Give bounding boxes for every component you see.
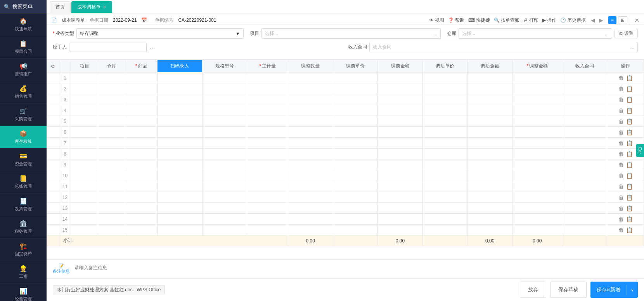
row-unit-15[interactable]	[247, 225, 288, 235]
row-income-contract-13[interactable]	[562, 203, 607, 214]
row-adjust-amount-8[interactable]	[512, 149, 562, 159]
row-income-contract-2[interactable]	[562, 83, 607, 94]
row-adjust-qty-6[interactable]	[288, 127, 333, 138]
row-warehouse-7[interactable]	[98, 138, 125, 149]
row-unit-6[interactable]	[247, 127, 288, 138]
row-project-2[interactable]	[71, 83, 98, 94]
row-prev-unit-price-3[interactable]	[333, 94, 378, 105]
row-prev-unit-price-6[interactable]	[333, 127, 378, 138]
row-copy-7[interactable]: 📋	[626, 140, 633, 146]
row-adjust-qty-8[interactable]	[288, 149, 333, 159]
row-after-unit-price-1[interactable]	[422, 73, 467, 83]
row-unit-13[interactable]	[247, 203, 288, 214]
row-product-15[interactable]	[125, 225, 158, 235]
row-delete-13[interactable]: 🗑	[618, 205, 624, 211]
row-adjust-amount-11[interactable]	[512, 181, 562, 192]
row-adjust-amount-12[interactable]	[512, 192, 562, 203]
row-income-contract-1[interactable]	[562, 73, 607, 83]
row-adjust-amount-6[interactable]	[512, 127, 562, 138]
row-income-contract-15[interactable]	[562, 225, 607, 235]
row-adjust-amount-9[interactable]	[512, 159, 562, 170]
sidebar-search[interactable]: 🔍 搜索菜单	[0, 0, 47, 14]
row-unit-3[interactable]	[247, 94, 288, 105]
row-after-amount-14[interactable]	[467, 214, 512, 225]
row-after-amount-8[interactable]	[467, 149, 512, 159]
row-income-contract-7[interactable]	[562, 138, 607, 149]
row-prev-amount-5[interactable]	[378, 116, 423, 127]
row-income-contract-11[interactable]	[562, 181, 607, 192]
tab-cost-adjust[interactable]: 成本调整单✕	[71, 1, 112, 13]
row-warehouse-6[interactable]	[98, 127, 125, 138]
row-adjust-amount-10[interactable]	[512, 170, 562, 181]
row-scan-11[interactable]	[158, 181, 203, 192]
row-after-amount-9[interactable]	[467, 159, 512, 170]
row-after-unit-price-14[interactable]	[422, 214, 467, 225]
sidebar-item-project-contract[interactable]: 📋 项目合同	[0, 36, 47, 59]
row-unit-8[interactable]	[247, 149, 288, 159]
header-action-help[interactable]: ❓ 帮助	[448, 17, 464, 24]
row-after-unit-price-5[interactable]	[422, 116, 467, 127]
row-copy-5[interactable]: 📋	[626, 118, 633, 125]
row-after-amount-5[interactable]	[467, 116, 512, 127]
row-warehouse-14[interactable]	[98, 214, 125, 225]
row-prev-unit-price-10[interactable]	[333, 170, 378, 181]
sidebar-item-sales-promo[interactable]: 📢 营销推广	[0, 59, 47, 81]
project-input[interactable]: 选择... ...	[261, 28, 441, 39]
row-product-14[interactable]	[125, 214, 158, 225]
row-prev-amount-14[interactable]	[378, 214, 423, 225]
row-after-amount-10[interactable]	[467, 170, 512, 181]
row-unit-9[interactable]	[247, 159, 288, 170]
nav-next[interactable]: ▶	[598, 17, 604, 23]
row-prev-amount-12[interactable]	[378, 192, 423, 203]
row-delete-3[interactable]: 🗑	[618, 97, 624, 103]
row-adjust-qty-3[interactable]	[288, 94, 333, 105]
abandon-button[interactable]: 放弃	[520, 282, 546, 298]
row-scan-9[interactable]	[158, 159, 203, 170]
row-after-amount-12[interactable]	[467, 192, 512, 203]
row-project-7[interactable]	[71, 138, 98, 149]
col-scan[interactable]: 扫码录入	[158, 60, 203, 73]
row-delete-5[interactable]: 🗑	[618, 118, 624, 125]
row-prev-amount-1[interactable]	[378, 73, 423, 83]
row-spec-1[interactable]	[202, 73, 247, 83]
row-prev-amount-6[interactable]	[378, 127, 423, 138]
row-after-unit-price-11[interactable]	[422, 181, 467, 192]
row-unit-5[interactable]	[247, 116, 288, 127]
row-spec-15[interactable]	[202, 225, 247, 235]
row-delete-2[interactable]: 🗑	[618, 86, 624, 92]
sidebar-item-purchase-mgmt[interactable]: 🛒 采购管理	[0, 104, 47, 126]
row-warehouse-2[interactable]	[98, 83, 125, 94]
row-after-unit-price-3[interactable]	[422, 94, 467, 105]
row-project-13[interactable]	[71, 203, 98, 214]
header-action-view[interactable]: 👁 视图	[429, 17, 444, 24]
row-adjust-qty-4[interactable]	[288, 105, 333, 116]
row-spec-11[interactable]	[202, 181, 247, 192]
row-unit-2[interactable]	[247, 83, 288, 94]
row-warehouse-9[interactable]	[98, 159, 125, 170]
row-project-9[interactable]	[71, 159, 98, 170]
row-product-12[interactable]	[125, 192, 158, 203]
row-product-3[interactable]	[125, 94, 158, 105]
row-adjust-qty-14[interactable]	[288, 214, 333, 225]
row-after-amount-7[interactable]	[467, 138, 512, 149]
row-unit-4[interactable]	[247, 105, 288, 116]
row-warehouse-3[interactable]	[98, 94, 125, 105]
row-delete-6[interactable]: 🗑	[618, 129, 624, 135]
row-adjust-qty-12[interactable]	[288, 192, 333, 203]
row-spec-12[interactable]	[202, 192, 247, 203]
row-copy-15[interactable]: 📋	[626, 227, 633, 233]
row-scan-12[interactable]	[158, 192, 203, 203]
row-delete-7[interactable]: 🗑	[618, 140, 624, 146]
row-scan-15[interactable]	[158, 225, 203, 235]
header-action-history[interactable]: 🕐 历史票据	[560, 17, 586, 24]
right-tab[interactable]: Ear	[636, 144, 644, 157]
save-draft-button[interactable]: 保存草稿	[550, 282, 587, 298]
handler-dots[interactable]: ...	[150, 44, 155, 51]
row-unit-10[interactable]	[247, 170, 288, 181]
row-project-5[interactable]	[71, 116, 98, 127]
row-after-unit-price-13[interactable]	[422, 203, 467, 214]
header-action-print[interactable]: 🖨 打印	[523, 17, 538, 24]
row-scan-2[interactable]	[158, 83, 203, 94]
row-adjust-qty-5[interactable]	[288, 116, 333, 127]
row-income-contract-4[interactable]	[562, 105, 607, 116]
